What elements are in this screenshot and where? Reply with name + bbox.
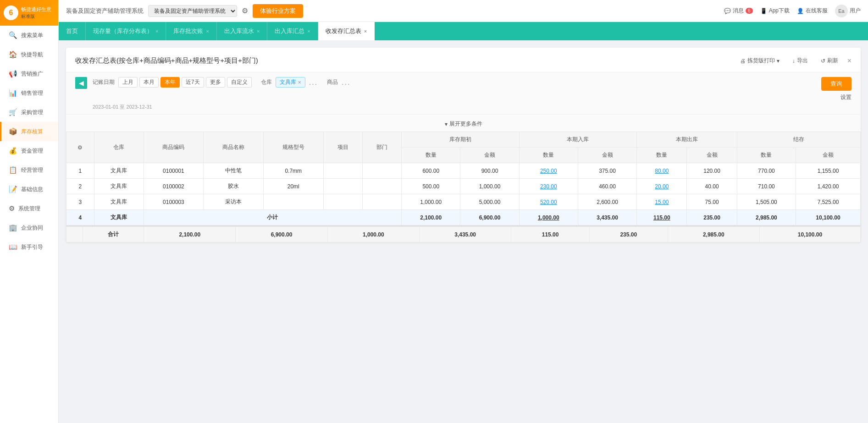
close-button[interactable]: × (847, 57, 851, 65)
sidebar-item-label: 资金管理 (21, 147, 43, 155)
filter-toggle-button[interactable]: ◀ (75, 77, 87, 89)
sidebar-item-operations[interactable]: 📋 经营管理 (0, 160, 58, 180)
message-item[interactable]: 💬 消息 6 (724, 7, 753, 15)
export-label: 导出 (797, 57, 808, 65)
sidebar-item-base-info[interactable]: 📝 基础信息 (0, 180, 58, 199)
refresh-button[interactable]: ↺ 刷新 (817, 55, 842, 66)
table-footer: 合计 2,100.00 6,900.00 1,000.00 3,435.00 1… (66, 225, 861, 242)
tab-close-icon[interactable]: × (155, 28, 158, 34)
table-row: 3 文具库 0100003 采访本 1,000.00 5,000.00 520.… (66, 194, 861, 210)
trial-button[interactable]: 体验行业方案 (253, 4, 303, 18)
td-out-qty-link[interactable]: 20.00 (637, 179, 687, 194)
sidebar-item-guide[interactable]: 📖 新手引导 (0, 237, 58, 257)
td-in-qty-link[interactable]: 250.00 (519, 163, 578, 179)
filter-main-row: ◀ 记账日期 上月 本月 本年 近7天 更多 自定义 (75, 77, 851, 101)
tab-close-icon[interactable]: × (206, 28, 209, 34)
td-department (362, 179, 401, 194)
table-container: ⚙ 仓库 商品编码 商品名称 规格型号 项目 部门 库存期初 本期入库 本期出库… (66, 132, 861, 225)
print-button[interactable]: 🖨 拣货版打印 ▾ (736, 55, 783, 66)
td-subtotal-in-qty[interactable]: 1,000.00 (519, 210, 578, 225)
date-btn-7days[interactable]: 近7天 (182, 77, 204, 88)
system-selector[interactable]: 装备及固定资产辅助管理系统 (148, 5, 237, 17)
tab-close-icon[interactable]: × (364, 28, 367, 34)
guide-icon: 📖 (9, 243, 17, 251)
tab-inout-summary[interactable]: 出入库汇总 × (267, 22, 318, 40)
th-goods-code: 商品编码 (144, 132, 204, 163)
query-button[interactable]: 查询 (821, 77, 851, 91)
date-range-display: 2023-01-01 至 2023-12-31 (93, 104, 152, 110)
footer-in-amt: 3,435.00 (419, 227, 511, 242)
expand-more-button[interactable]: ▾ 展开更多条件 (445, 120, 482, 128)
date-btn-custom[interactable]: 自定义 (227, 77, 252, 88)
export-button[interactable]: ↓ 导出 (789, 55, 812, 66)
tab-label: 现存量（库存分布表） (93, 27, 153, 35)
tab-inout-flow[interactable]: 出入库流水 × (217, 22, 267, 40)
warehouse-more-button[interactable]: ... (309, 78, 318, 87)
warehouse-tag-close[interactable]: × (298, 79, 301, 86)
th-settings[interactable]: ⚙ (66, 132, 94, 163)
th-out-group: 本期出库 (637, 132, 737, 148)
date-btn-more[interactable]: 更多 (206, 77, 225, 88)
user-item[interactable]: Ea 用户 (835, 5, 861, 17)
tab-recv-send-summary[interactable]: 收发存汇总表 × (318, 22, 375, 40)
th-opening-qty: 数量 (402, 148, 460, 163)
toggle-icon: ◀ (79, 79, 84, 87)
message-label: 消息 (733, 7, 744, 15)
sidebar-item-system[interactable]: ⚙ 系统管理 (0, 199, 58, 218)
tab-stock-batch[interactable]: 库存批次账 × (166, 22, 216, 40)
td-opening-amt: 1,000.00 (460, 179, 519, 194)
sidebar-item-quick-nav[interactable]: 🏠 快捷导航 (0, 45, 58, 64)
sidebar-item-marketing[interactable]: 📢 营销推广 (0, 64, 58, 83)
td-department (362, 163, 401, 179)
sidebar-item-inventory[interactable]: 📦 库存核算 (0, 122, 58, 141)
settings-text-button[interactable]: 设置 (840, 93, 851, 101)
tab-close-icon[interactable]: × (257, 28, 260, 34)
tab-home[interactable]: 首页 (59, 22, 86, 40)
tabbar: 首页 现存量（库存分布表） × 库存批次账 × 出入库流水 × 出入库汇总 × … (59, 22, 868, 40)
sales-icon: 📊 (9, 89, 17, 97)
td-project (323, 179, 362, 194)
enterprise-icon: 🏢 (9, 224, 17, 232)
tab-close-icon[interactable]: × (307, 28, 310, 34)
td-project (323, 194, 362, 210)
refresh-label: 刷新 (827, 57, 838, 65)
date-btn-last-month[interactable]: 上月 (118, 77, 138, 88)
td-out-qty-link[interactable]: 80.00 (637, 163, 687, 179)
date-btn-this-month[interactable]: 本月 (139, 77, 159, 88)
purchase-icon: 🛒 (9, 108, 17, 116)
date-label: 记账日期 (93, 78, 115, 86)
td-index: 2 (66, 179, 94, 194)
expand-label: 展开更多条件 (449, 120, 482, 128)
page-header-actions: 🖨 拣货版打印 ▾ ↓ 导出 ↺ 刷新 × (736, 55, 851, 66)
td-goods-spec (263, 194, 323, 210)
goods-more-button[interactable]: ... (342, 78, 350, 87)
footer-out-amt: 235.00 (589, 227, 668, 242)
sidebar-item-enterprise[interactable]: 🏢 企业协同 (0, 218, 58, 237)
th-opening-amt: 金额 (460, 148, 519, 163)
sidebar-item-finance[interactable]: 💰 资金管理 (0, 141, 58, 160)
date-filter-group: 记账日期 上月 本月 本年 近7天 更多 自定义 (93, 77, 252, 88)
subtotal-row: 4 文具库 小计 2,100.00 6,900.00 1,000.00 3,43… (66, 210, 861, 225)
td-in-qty-link[interactable]: 230.00 (519, 179, 578, 194)
td-in-qty-link[interactable]: 520.00 (519, 194, 578, 210)
td-subtotal-out-qty[interactable]: 115.00 (637, 210, 687, 225)
app-download-item[interactable]: 📱 App下载 (760, 7, 790, 15)
td-department (362, 194, 401, 210)
td-out-qty-link[interactable]: 15.00 (637, 194, 687, 210)
sidebar-item-sales[interactable]: 📊 销售管理 (0, 83, 58, 103)
th-project: 项目 (323, 132, 362, 163)
th-goods-name: 商品名称 (204, 132, 264, 163)
online-service-item[interactable]: 👤 在线客服 (797, 7, 828, 15)
settings-icon[interactable]: ⚙ (242, 6, 248, 15)
td-subtotal-opening-qty: 2,100.00 (402, 210, 460, 225)
date-btn-this-year[interactable]: 本年 (160, 77, 180, 88)
tab-stock-dist[interactable]: 现存量（库存分布表） × (86, 22, 166, 40)
td-index: 1 (66, 163, 94, 179)
download-icon: 📱 (760, 8, 767, 14)
filter-section: ◀ 记账日期 上月 本月 本年 近7天 更多 自定义 (66, 72, 861, 115)
sidebar-item-purchase[interactable]: 🛒 采购管理 (0, 103, 58, 122)
sidebar-item-search[interactable]: 🔍 搜索菜单 (0, 26, 58, 45)
td-subtotal-out-amt: 235.00 (687, 210, 737, 225)
th-opening-group: 库存期初 (402, 132, 520, 148)
td-opening-amt: 5,000.00 (460, 194, 519, 210)
